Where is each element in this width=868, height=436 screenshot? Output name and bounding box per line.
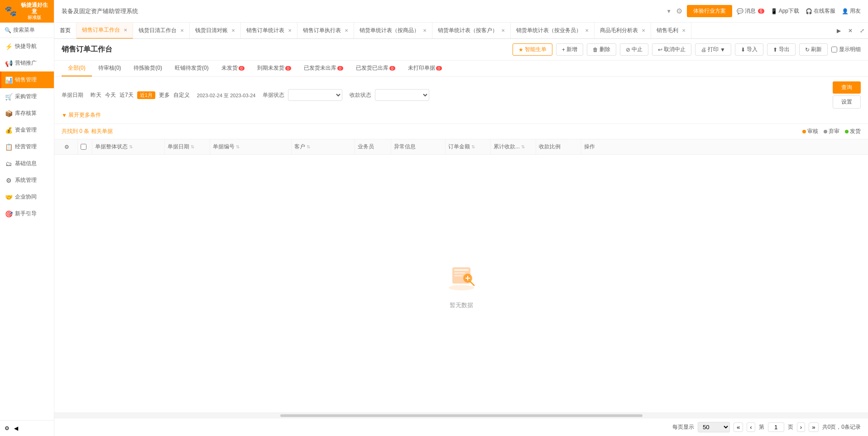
first-page-btn[interactable]: « xyxy=(734,422,743,432)
ship-action[interactable]: 发货 xyxy=(845,128,861,135)
sidebar-item-基础信息[interactable]: 🗂基础信息 xyxy=(0,155,54,172)
tab-9[interactable]: 商品毛利分析表✕ xyxy=(595,23,651,39)
tab-4[interactable]: 销售订单统计表✕ xyxy=(241,23,297,39)
date-opt-more[interactable]: 更多 xyxy=(159,91,170,99)
tab-close-4[interactable]: ✕ xyxy=(288,28,292,33)
print-button[interactable]: 🖨 打印 ▼ xyxy=(695,43,731,56)
payment-select[interactable] xyxy=(375,89,429,101)
import-button[interactable]: ⬇ 导入 xyxy=(735,43,763,56)
per-page-select[interactable]: 50 100 200 xyxy=(698,422,730,432)
show-detail-label[interactable]: 显示明细 xyxy=(831,46,861,53)
last-page-btn[interactable]: » xyxy=(809,422,818,432)
next-page-btn[interactable]: › xyxy=(797,422,805,432)
topbar-dropdown-icon[interactable]: ▼ xyxy=(666,8,671,14)
sidebar-item-营销推广[interactable]: 📢营销推广 xyxy=(0,55,54,71)
revoke-action[interactable]: 弃审 xyxy=(824,128,839,135)
date-opt-custom[interactable]: 自定义 xyxy=(173,91,190,99)
sidebar-item-经营管理[interactable]: 📋经营管理 xyxy=(0,138,54,155)
tab-close-2[interactable]: ✕ xyxy=(180,28,184,33)
sidebar-search[interactable]: 🔍 搜索菜单 xyxy=(0,23,54,38)
sidebar-item-销售管理[interactable]: 📊销售管理 xyxy=(0,71,54,88)
filter-settings-button[interactable]: 设置 xyxy=(833,95,861,109)
sort-date-icon[interactable]: ⇅ xyxy=(191,144,194,149)
select-all-checkbox[interactable] xyxy=(81,144,86,150)
prev-page-btn[interactable]: ‹ xyxy=(747,422,755,432)
sidebar-item-企业协同[interactable]: 🤝企业协同 xyxy=(0,189,54,205)
sidebar-item-库存核算[interactable]: 📦库存核算 xyxy=(0,105,54,122)
tab-6[interactable]: 销货单统计表（按商品）✕ xyxy=(354,23,432,39)
th-checkbox[interactable] xyxy=(78,139,92,154)
horizontal-scrollbar[interactable] xyxy=(54,412,868,418)
tab-7[interactable]: 销货单统计表（按客户）✕ xyxy=(432,23,511,39)
tab-label-4: 销售订单统计表 xyxy=(246,27,284,34)
sidebar-item-系统管理[interactable]: ⚙系统管理 xyxy=(0,172,54,189)
expand-button[interactable]: ▼ 展开更多条件 xyxy=(62,111,861,119)
date-opt-7days[interactable]: 近7天 xyxy=(120,91,134,99)
sidebar-item-快捷导航[interactable]: ⚡快捷导航 xyxy=(0,38,54,55)
export-button[interactable]: ⬆ 导出 xyxy=(767,43,796,56)
subtab-2[interactable]: 待拣验货(0) xyxy=(127,61,168,76)
delete-button[interactable]: 🗑 删除 xyxy=(587,43,616,56)
subtab-7[interactable]: 已发货已出库0 xyxy=(350,61,402,76)
sort-accumulated-icon[interactable]: ⇅ xyxy=(521,144,525,149)
refresh-button[interactable]: ↻ 刷新 xyxy=(799,43,828,56)
cancel-stop-button[interactable]: ↩ 取消中止 xyxy=(652,43,691,56)
tab-close-6[interactable]: ✕ xyxy=(423,28,427,33)
sort-amount-icon[interactable]: ⇅ xyxy=(471,144,475,149)
date-opt-today[interactable]: 今天 xyxy=(105,91,116,99)
tab-close-8[interactable]: ✕ xyxy=(585,28,589,33)
page-number-input[interactable] xyxy=(768,422,784,432)
subtab-0[interactable]: 全部(0) xyxy=(62,61,92,76)
tab-2[interactable]: 钱货日清工作台✕ xyxy=(133,23,190,39)
tab-expand[interactable]: ⤢ xyxy=(856,28,868,34)
subtab-1[interactable]: 待审核(0) xyxy=(92,61,128,76)
subtab-6[interactable]: 已发货未出库0 xyxy=(297,61,350,76)
status-select[interactable] xyxy=(288,89,342,101)
tab-1[interactable]: 销售订单工作台✕ xyxy=(77,23,133,39)
subtab-5[interactable]: 到期未发货0 xyxy=(251,61,297,76)
tab-close-9[interactable]: ✕ xyxy=(642,28,645,33)
tab-close-10[interactable]: ✕ xyxy=(682,28,686,33)
tab-0[interactable]: 首页 xyxy=(54,23,77,39)
settings-icon[interactable]: ⚙ xyxy=(5,425,10,431)
audit-action[interactable]: 审核 xyxy=(802,128,818,135)
subtab-badge-6: 0 xyxy=(337,66,343,71)
stop-button[interactable]: ⊘ 中止 xyxy=(620,43,648,56)
tab-close-7[interactable]: ✕ xyxy=(501,28,505,33)
sort-customer-icon[interactable]: ⇅ xyxy=(307,144,310,149)
tab-5[interactable]: 销售订单执行表✕ xyxy=(297,23,354,39)
service-icon: 🎧 xyxy=(806,8,812,14)
ai-button[interactable]: ★ 智能生单 xyxy=(513,43,552,56)
th-accumulated: 累计收款... ⇅ xyxy=(491,139,536,154)
sidebar-item-资金管理[interactable]: 💰资金管理 xyxy=(0,122,54,138)
app-download-action[interactable]: 📱 App下载 xyxy=(771,7,799,15)
query-button[interactable]: 查询 xyxy=(833,81,861,94)
tab-8[interactable]: 销货单统计表（按业务员）✕ xyxy=(511,23,595,39)
tab-more-btn[interactable]: ▶ xyxy=(833,28,844,34)
tab-10[interactable]: 销售毛利✕ xyxy=(651,23,691,39)
subtab-8[interactable]: 未打印单据0 xyxy=(402,61,448,76)
tab-close-all[interactable]: ✕ xyxy=(844,28,856,34)
settings-gear-icon[interactable]: ⚙ xyxy=(676,7,682,15)
sidebar-item-采购管理[interactable]: 🛒采购管理 xyxy=(0,88,54,105)
user-action[interactable]: 👤 用友 xyxy=(842,7,861,15)
subtab-4[interactable]: 未发货0 xyxy=(215,61,251,76)
add-button[interactable]: + 新增 xyxy=(556,43,583,56)
tab-close-1[interactable]: ✕ xyxy=(124,28,127,33)
subtab-3[interactable]: 旺铺待发货(0) xyxy=(168,61,215,76)
tab-close-5[interactable]: ✕ xyxy=(345,28,348,33)
sort-number-icon[interactable]: ⇅ xyxy=(236,144,240,149)
date-opt-1month[interactable]: 近1月 xyxy=(137,91,155,99)
solution-button[interactable]: 体验行业方案 xyxy=(687,5,732,17)
date-opt-yesterday[interactable]: 昨天 xyxy=(91,91,101,99)
message-action[interactable]: 💬 消息 6 xyxy=(737,7,764,15)
online-service-action[interactable]: 🎧 在线客服 xyxy=(806,7,835,15)
sidebar-item-新手引导[interactable]: 🎯新手引导 xyxy=(0,205,54,222)
tab-3[interactable]: 钱货日清对账✕ xyxy=(190,23,241,39)
tab-close-3[interactable]: ✕ xyxy=(231,28,235,33)
show-detail-checkbox[interactable] xyxy=(831,47,837,52)
th-settings[interactable]: ⚙ xyxy=(62,139,78,154)
scroll-thumb[interactable] xyxy=(280,414,643,417)
sort-status-icon[interactable]: ⇅ xyxy=(129,144,133,149)
collapse-icon[interactable]: ◀ xyxy=(14,425,18,431)
